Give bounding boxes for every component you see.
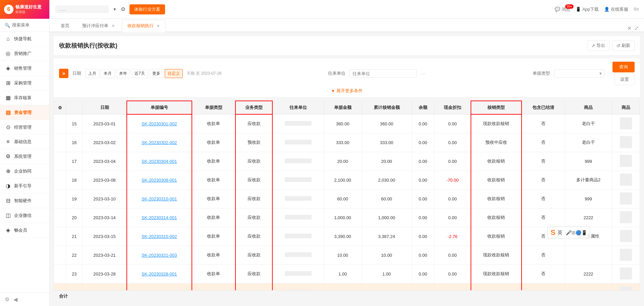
cell-balance: 0.00: [412, 171, 434, 189]
cell-sn[interactable]: SK-20230308-001: [127, 171, 192, 189]
app-download[interactable]: 📱 App下载: [576, 6, 599, 12]
sidebar-item-wechat[interactable]: ◫企业微信: [0, 208, 49, 223]
cell-sn[interactable]: SK-20230328-002: [127, 283, 192, 290]
partner-label: 往来单位: [328, 70, 345, 76]
close-all-tabs-icon[interactable]: ✕: [627, 25, 632, 32]
message-badge[interactable]: 💬 消息 99+: [555, 6, 570, 12]
cell-settings[interactable]: [54, 264, 66, 283]
cell-amount: 2,100.00: [324, 171, 362, 189]
filter-toggle-button[interactable]: »: [59, 69, 68, 78]
sidebar-item-hardware[interactable]: ⊟智能硬件: [0, 193, 49, 208]
cell-partner: [272, 208, 324, 227]
sidebar-item-operation[interactable]: ⊙经营管理: [0, 120, 49, 135]
table-row[interactable]: 18 2023-03-08 SK-20230308-001 收款单 应收款 2,…: [54, 171, 640, 189]
user-info[interactable]: Rit: [634, 7, 639, 12]
expand-button[interactable]: ▼ 展开更多条件: [331, 88, 363, 94]
table-row[interactable]: 22 2023-03-21 SK-20230321-003 收款单 应收款 10…: [54, 246, 640, 264]
date-7days[interactable]: 近7天: [131, 69, 148, 78]
cell-sn[interactable]: SK-20230328-001: [127, 264, 192, 283]
online-service[interactable]: 👤 在线客服: [604, 6, 628, 12]
table-wrap[interactable]: ⚙ 日期 单据编号 单据类型 业务类型 往来单位 单据金额 累计核销金额 余额 …: [54, 101, 640, 290]
cell-partner: [272, 189, 324, 208]
service-icon: 👤: [604, 7, 609, 12]
col-settings[interactable]: ⚙: [54, 101, 66, 114]
tab-home[interactable]: 首页: [55, 20, 75, 32]
solution-button[interactable]: 体验行业方案: [129, 4, 165, 14]
table-row[interactable]: 23 2023-03-28 SK-20230328-001 收款单 应收款 1.…: [54, 264, 640, 283]
cell-no: 15: [66, 114, 83, 133]
sidebar-item-marketing[interactable]: ◎营销推广: [0, 46, 49, 61]
tabs: 首页 预计冲应付单 ✕ 收款核销执行 ✕ ✕ ⤢: [50, 19, 644, 32]
date-this-month[interactable]: 本月: [101, 69, 115, 78]
cell-written-off: 60.00: [362, 189, 412, 208]
cell-balance: 0.00: [412, 152, 434, 171]
cell-sn[interactable]: SK-20230304-001: [127, 152, 192, 171]
table-row[interactable]: 19 2023-03-10 SK-20230310-001 收款单 应收款 60…: [54, 189, 640, 208]
query-button[interactable]: 查询: [612, 62, 635, 72]
sidebar-item-system[interactable]: ⚙系统管理: [0, 149, 49, 164]
cell-settings[interactable]: [54, 189, 66, 208]
cell-sn[interactable]: SK-20230321-003: [127, 246, 192, 264]
cell-doc-type: 收款单: [192, 208, 235, 227]
tab-collection[interactable]: 收款核销执行 ✕: [122, 20, 166, 32]
cell-balance: 0.00: [412, 227, 434, 246]
cell-date: 2023-03-14: [83, 208, 127, 227]
tab-collection-close[interactable]: ✕: [157, 24, 160, 28]
cell-write-off-type: 现款收款核销: [471, 246, 522, 264]
settings-icon[interactable]: ⚙: [5, 296, 9, 303]
cell-settings[interactable]: [54, 246, 66, 264]
cell-settings[interactable]: [54, 114, 66, 133]
date-this-year[interactable]: 本年: [116, 69, 130, 78]
tab-payable[interactable]: 预计冲应付单 ✕: [76, 20, 120, 32]
cell-biz-type: 应收款: [235, 264, 272, 283]
doc-type-select[interactable]: [554, 69, 604, 78]
cell-settings[interactable]: [54, 227, 66, 246]
sidebar-item-guide[interactable]: ◑新手引导: [0, 179, 49, 193]
sidebar-item-purchase[interactable]: ⊞采购管理: [0, 76, 49, 90]
cell-settings[interactable]: [54, 133, 66, 152]
sidebar-item-inventory[interactable]: ▦库存核算: [0, 90, 49, 105]
dropdown-arrow[interactable]: ▼: [113, 7, 117, 12]
tab-payable-close[interactable]: ✕: [112, 24, 115, 28]
cell-settings[interactable]: [54, 171, 66, 189]
table-row[interactable]: 21 2023-03-15 SK-20230315-002 收款单 应收款 3,…: [54, 227, 640, 246]
sidebar-item-quick-nav[interactable]: ⌂快捷导航: [0, 32, 49, 46]
cell-sn[interactable]: SK-20230301-002: [127, 114, 192, 133]
cell-sn[interactable]: SK-20230314-001: [127, 208, 192, 227]
sidebar: 6 畅康道好生意 标推版 🔍 搜索菜单 ⌂快捷导航◎营销推广◈销售管理⊞采购管理…: [0, 0, 50, 306]
cell-settings[interactable]: [54, 283, 66, 290]
sidebar-item-member[interactable]: ◈畅会员: [0, 223, 49, 238]
cell-sn[interactable]: SK-20230315-002: [127, 227, 192, 246]
sidebar-item-finance[interactable]: ▤资金管理: [0, 105, 49, 120]
expand-tabs-icon[interactable]: ⤢: [634, 25, 639, 32]
sidebar-item-label: 系统管理: [14, 154, 32, 160]
date-more[interactable]: 更多: [149, 69, 163, 78]
refresh-button[interactable]: ↺ 刷新: [612, 40, 635, 51]
doc-type-label: 单据类型: [533, 70, 550, 76]
cell-sn[interactable]: SK-20230302-002: [127, 133, 192, 152]
partner-input[interactable]: [350, 69, 417, 78]
collapse-icon[interactable]: ◀: [13, 296, 17, 303]
cell-sn[interactable]: SK-20230310-001: [127, 189, 192, 208]
date-custom[interactable]: 自定义: [165, 69, 183, 78]
table-row[interactable]: 24 2023-03-28 SK-20230328-002 收款单 应收款 1.…: [54, 283, 640, 290]
cell-settings[interactable]: [54, 152, 66, 171]
sidebar-item-corp[interactable]: ⊕企业协同: [0, 164, 49, 179]
sidebar-item-sales[interactable]: ◈销售管理: [0, 61, 49, 76]
cell-write-off-type: 现款收款核销: [471, 114, 522, 133]
export-button[interactable]: ↗ 导出: [587, 40, 609, 51]
sidebar-item-basic[interactable]: ≡基础信息: [0, 135, 49, 149]
cell-goods2: [612, 283, 640, 290]
sales-icon: ◈: [5, 65, 11, 71]
search-menu[interactable]: 🔍 搜索菜单: [0, 19, 49, 32]
date-last-month[interactable]: 上月: [85, 69, 99, 78]
setting-button[interactable]: 设置: [614, 74, 635, 85]
table-row[interactable]: 15 2023-03-01 SK-20230301-002 收款单 应收款 36…: [54, 114, 640, 133]
table-row[interactable]: 17 2023-03-04 SK-20230304-001 收款单 应收款 20…: [54, 152, 640, 171]
cell-doc-type: 收款单: [192, 227, 235, 246]
cell-cash-disc: 0.00: [434, 152, 471, 171]
gear-icon[interactable]: ⚙: [121, 6, 125, 12]
cell-settings[interactable]: [54, 208, 66, 227]
table-row[interactable]: 20 2023-03-14 SK-20230314-001 收款单 应收款 1,…: [54, 208, 640, 227]
table-row[interactable]: 16 2023-03-02 SK-20230302-002 收款单 预收款 33…: [54, 133, 640, 152]
